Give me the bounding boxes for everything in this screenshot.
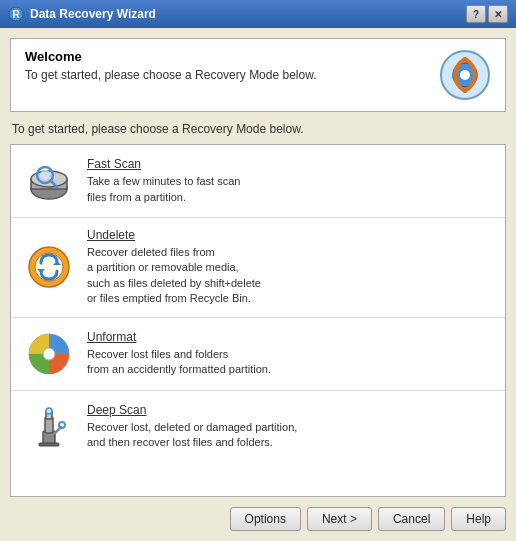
welcome-panel: Welcome To get started, please choose a …: [10, 38, 506, 112]
next-button[interactable]: Next >: [307, 507, 372, 531]
mode-deep-scan[interactable]: Deep Scan Recover lost, deleted or damag…: [11, 391, 505, 463]
welcome-title: Welcome: [25, 49, 429, 64]
help-footer-button[interactable]: Help: [451, 507, 506, 531]
unformat-text: Unformat Recover lost files and foldersf…: [87, 330, 493, 378]
svg-text:R: R: [12, 9, 20, 20]
close-button[interactable]: ✕: [488, 5, 508, 23]
svg-point-23: [59, 422, 65, 428]
deep-scan-desc: Recover lost, deleted or damaged partiti…: [87, 420, 493, 451]
svg-point-20: [46, 408, 52, 414]
footer: Options Next > Cancel Help: [10, 497, 506, 531]
title-bar-controls: ? ✕: [466, 5, 508, 23]
undelete-icon: [25, 243, 73, 291]
svg-rect-21: [39, 443, 59, 446]
help-button[interactable]: ?: [466, 5, 486, 23]
main-content: Welcome To get started, please choose a …: [0, 28, 516, 541]
unformat-icon: [25, 330, 73, 378]
welcome-text-area: Welcome To get started, please choose a …: [25, 49, 429, 82]
app-logo-icon: [439, 49, 491, 101]
undelete-icon-wrap: [23, 241, 75, 293]
deep-scan-title: Deep Scan: [87, 403, 493, 417]
welcome-description: To get started, please choose a Recovery…: [25, 68, 429, 82]
unformat-desc: Recover lost files and foldersfrom an ac…: [87, 347, 493, 378]
mode-undelete[interactable]: Undelete Recover deleted files froma par…: [11, 218, 505, 318]
undelete-title: Undelete: [87, 228, 493, 242]
options-button[interactable]: Options: [230, 507, 301, 531]
fast-scan-icon: [25, 157, 73, 205]
fast-scan-text: Fast Scan Take a few minutes to fast sca…: [87, 157, 493, 205]
modes-container: Fast Scan Take a few minutes to fast sca…: [10, 144, 506, 497]
svg-point-16: [43, 348, 55, 360]
svg-point-4: [460, 70, 470, 80]
title-bar: R Data Recovery Wizard ? ✕: [0, 0, 516, 28]
unformat-title: Unformat: [87, 330, 493, 344]
app-icon: R: [8, 6, 24, 22]
deep-scan-icon-wrap: [23, 401, 75, 453]
unformat-icon-wrap: [23, 328, 75, 380]
mode-unformat[interactable]: Unformat Recover lost files and foldersf…: [11, 318, 505, 391]
fast-scan-desc: Take a few minutes to fast scanfiles fro…: [87, 174, 493, 205]
instruction-text: To get started, please choose a Recovery…: [10, 122, 506, 136]
svg-point-12: [35, 253, 63, 281]
fast-scan-title: Fast Scan: [87, 157, 493, 171]
mode-fast-scan[interactable]: Fast Scan Take a few minutes to fast sca…: [11, 145, 505, 218]
deep-scan-icon: [25, 403, 73, 451]
undelete-desc: Recover deleted files froma partition or…: [87, 245, 493, 307]
deep-scan-text: Deep Scan Recover lost, deleted or damag…: [87, 403, 493, 451]
fast-scan-icon-wrap: [23, 155, 75, 207]
undelete-text: Undelete Recover deleted files froma par…: [87, 228, 493, 307]
cancel-button[interactable]: Cancel: [378, 507, 445, 531]
window-title: Data Recovery Wizard: [30, 7, 156, 21]
svg-point-9: [40, 170, 50, 180]
